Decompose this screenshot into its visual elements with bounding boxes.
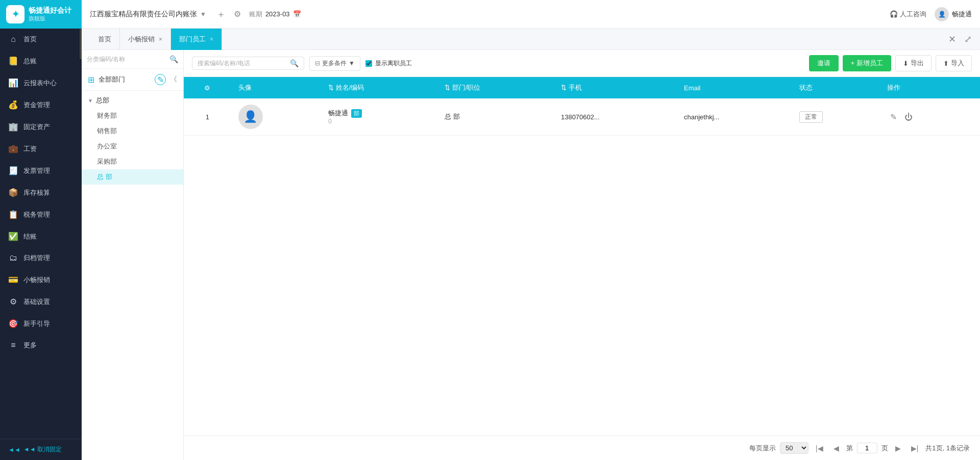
- add-employee-button[interactable]: + 新增员工: [843, 55, 891, 71]
- more-icon: ≡: [8, 341, 18, 350]
- sidebar-item-inventory[interactable]: 📦 库存核算: [0, 182, 82, 203]
- home-icon: ⌂: [8, 35, 18, 44]
- sidebar-item-more[interactable]: ≡ 更多: [0, 335, 82, 356]
- dept-parent-headquarters[interactable]: ▼总部: [82, 93, 183, 108]
- unpin-icon: ◄◄: [8, 446, 20, 453]
- dept-collapse-button[interactable]: 《: [170, 75, 177, 84]
- last-page-button[interactable]: ▶|: [908, 443, 922, 453]
- edit-button[interactable]: ✎: [887, 111, 900, 123]
- avatar-icon: 👤: [938, 11, 946, 18]
- sidebar-item-reports[interactable]: 📊 云报表中心: [0, 72, 82, 94]
- next-page-button[interactable]: ▶: [892, 443, 904, 453]
- company-selector[interactable]: 江西服宝精品有限责任公司内账张 ▼: [90, 10, 206, 19]
- tab-首页[interactable]: 首页: [90, 29, 120, 50]
- tab-小畅报销[interactable]: 小畅报销×: [120, 29, 171, 50]
- employee-toolbar: 🔍 ⊟ 更多条件 ▼ 显示离职员工 邀请 + 新增员工 ⬇ 导出: [184, 50, 980, 77]
- sidebar-item-salary[interactable]: 💼 工资: [0, 138, 82, 160]
- employee-table-wrapper: ⚙ 头像 ⇅ 姓名/编码 ⇅ 部门/职位 ⇅ 手机 Email 状态 操作: [184, 77, 980, 436]
- prev-page-button[interactable]: ◀: [830, 443, 842, 453]
- sidebar-item-home[interactable]: ⌂ 首页: [0, 29, 82, 50]
- user-menu[interactable]: 👤 畅捷通: [935, 7, 972, 21]
- inventory-icon: 📦: [8, 188, 18, 197]
- dept-search: 🔍: [82, 50, 183, 69]
- service-button[interactable]: 🎧 人工咨询: [890, 10, 926, 19]
- col-settings[interactable]: ⚙: [184, 77, 231, 98]
- company-name: 江西服宝精品有限责任公司内账张: [90, 10, 197, 19]
- col-dept-position[interactable]: ⇅ 部门/职位: [437, 77, 554, 98]
- tab-close-icon[interactable]: ×: [159, 36, 162, 43]
- dept-child-purchase[interactable]: 采购部: [82, 154, 183, 169]
- sidebar-item-funds[interactable]: 💰 资金管理: [0, 94, 82, 116]
- username-label: 畅捷通: [952, 10, 972, 19]
- tab-close-icon[interactable]: ×: [210, 36, 213, 43]
- employee-search-input[interactable]: [198, 60, 290, 67]
- right-panel: 🔍 ⊟ 更多条件 ▼ 显示离职员工 邀请 + 新增员工 ⬇ 导出: [184, 50, 980, 460]
- show-resigned-checkbox[interactable]: 显示离职员工: [365, 59, 412, 68]
- main-area: 江西服宝精品有限责任公司内账张 ▼ ＋ ⚙ 账期 2023-03 📅 🎧 人工咨…: [82, 0, 980, 460]
- avatar-icon: 👤: [243, 110, 257, 123]
- sidebar-item-invoices[interactable]: 🧾 发票管理: [0, 160, 82, 182]
- closing-icon: ✅: [8, 232, 18, 241]
- tab-label: 首页: [98, 35, 111, 44]
- status-badge: 正常: [799, 111, 823, 123]
- logo-icon: ✦: [6, 5, 24, 23]
- page-size-select[interactable]: 50 10 20 100: [780, 442, 808, 454]
- pagination: 每页显示 50 10 20 100 |◀ ◀ 第 页 ▶ ▶| 共1页, 1条记…: [184, 436, 980, 460]
- dept-child-general[interactable]: 总 部: [82, 169, 183, 185]
- col-email: Email: [677, 77, 792, 98]
- logout-button[interactable]: ⏻: [901, 112, 916, 123]
- dept-child-finance[interactable]: 财务部: [82, 108, 183, 123]
- filter-icon: ⊟: [315, 60, 320, 67]
- assets-icon: 🏢: [8, 122, 18, 132]
- sidebar-item-settings[interactable]: ⚙ 基础设置: [0, 291, 82, 313]
- dept-child-sales[interactable]: 销售部: [82, 123, 183, 139]
- sidebar-scroll: ⌂ 首页 📒 总账 📊 云报表中心 💰 资金管理 🏢 固定资产 💼 工资 🧾 发…: [0, 29, 82, 439]
- dept-edit-button[interactable]: ✎: [155, 74, 166, 85]
- topbar: 江西服宝精品有限责任公司内账张 ▼ ＋ ⚙ 账期 2023-03 📅 🎧 人工咨…: [82, 0, 980, 29]
- import-icon: ⬆: [943, 60, 949, 67]
- resigned-checkbox-input[interactable]: [365, 60, 372, 67]
- settings-icon[interactable]: ⚙: [234, 9, 241, 19]
- col-phone[interactable]: ⇅ 手机: [554, 77, 677, 98]
- tab-部门员工[interactable]: 部门员工×: [171, 29, 222, 50]
- employee-table: ⚙ 头像 ⇅ 姓名/编码 ⇅ 部门/职位 ⇅ 手机 Email 状态 操作: [184, 77, 980, 136]
- sidebar-item-archive[interactable]: 🗂 归档管理: [0, 247, 82, 269]
- expand-button[interactable]: ⤢: [962, 32, 974, 47]
- dept-arrow-icon: ▼: [88, 98, 93, 104]
- invoices-icon: 🧾: [8, 166, 18, 175]
- dept-search-input[interactable]: [87, 56, 169, 63]
- employee-name: 畅捷通: [328, 109, 348, 118]
- invite-button[interactable]: 邀请: [809, 55, 839, 71]
- sidebar-item-closing[interactable]: ✅ 结账: [0, 225, 82, 247]
- sidebar-item-tax[interactable]: 📋 税务管理: [0, 203, 82, 225]
- close-tab-button[interactable]: ✕: [946, 32, 958, 47]
- headset-icon: 🎧: [890, 10, 898, 18]
- avatar: 👤: [238, 105, 263, 129]
- search-icon[interactable]: 🔍: [290, 59, 299, 67]
- dept-child-office[interactable]: 办公室: [82, 139, 183, 154]
- dept-header: ⊞ 全部部门 ✎ 《: [82, 69, 183, 91]
- page-number-input[interactable]: [857, 443, 877, 453]
- sidebar-footer[interactable]: ◄◄ ◄◄ 取消固定: [0, 439, 82, 460]
- first-page-button[interactable]: |◀: [813, 443, 826, 453]
- row-status: 正常: [792, 98, 880, 136]
- sidebar-item-assets[interactable]: 🏢 固定资产: [0, 116, 82, 138]
- col-avatar: 头像: [231, 77, 321, 98]
- row-actions: ✎ ⏻: [880, 98, 980, 136]
- table-body: 1 👤 畅捷通 部 0 总 部 138070602... chanjethkj.…: [184, 98, 980, 136]
- col-status: 状态: [792, 77, 880, 98]
- sidebar-item-ledger[interactable]: 📒 总账: [0, 50, 82, 72]
- export-button[interactable]: ⬇ 导出: [895, 55, 932, 71]
- search-icon[interactable]: 🔍: [169, 55, 178, 63]
- sidebar-item-expense[interactable]: 💳 小畅报销: [0, 269, 82, 291]
- archive-icon: 🗂: [8, 253, 18, 263]
- row-phone: 138070602...: [554, 98, 677, 136]
- sidebar-item-guide[interactable]: 🎯 新手引导: [0, 313, 82, 335]
- filter-button[interactable]: ⊟ 更多条件 ▼: [309, 56, 360, 71]
- row-dept: 总 部: [437, 98, 554, 136]
- add-tab-button[interactable]: ＋: [214, 6, 228, 22]
- import-button[interactable]: ⬆ 导入: [936, 55, 972, 71]
- col-name-code[interactable]: ⇅ 姓名/编码: [321, 77, 437, 98]
- calendar-icon[interactable]: 📅: [293, 10, 301, 18]
- expense-icon: 💳: [8, 275, 18, 285]
